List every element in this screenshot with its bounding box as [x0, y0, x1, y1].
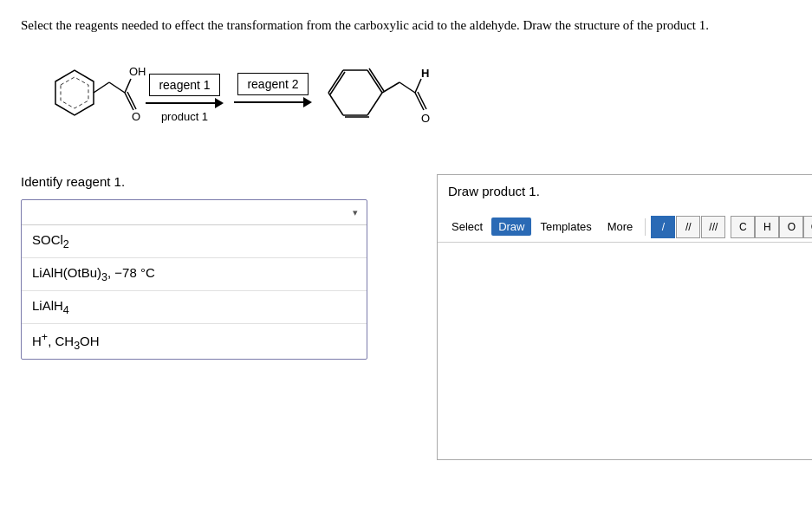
svg-line-10	[330, 72, 345, 94]
svg-line-22	[415, 79, 421, 93]
svg-line-13	[369, 68, 384, 91]
option-h-meoh[interactable]: H+, CH3OH	[22, 324, 367, 359]
atom-h-button[interactable]: H	[755, 216, 779, 238]
identify-reagent-label: Identify reagent 1.	[21, 174, 402, 189]
dropdown-options: SOCl2 LiAlH(OtBu)3, −78 °C LiAlH4 H+, CH…	[22, 224, 367, 359]
templates-tool-button[interactable]: Templates	[533, 218, 598, 236]
triple-bond-button[interactable]: ///	[701, 216, 725, 238]
svg-marker-1	[61, 77, 88, 108]
draw-tool-button[interactable]: Draw	[491, 218, 531, 236]
draw-product-label: Draw product 1.	[438, 175, 812, 202]
toolbar-separator	[645, 218, 646, 236]
svg-line-14	[367, 93, 382, 115]
chevron-down-icon: ▾	[353, 206, 358, 218]
atom-o-button[interactable]: O	[779, 216, 803, 238]
arrow-1: reagent 1 product 1	[146, 74, 224, 123]
draw-canvas[interactable]	[438, 243, 812, 459]
atom-cl-button[interactable]: Cl	[803, 216, 812, 238]
option-socl2[interactable]: SOCl2	[22, 225, 367, 258]
main-content: Identify reagent 1. ▾ SOCl2 LiAlH(OtBu)3…	[21, 174, 791, 460]
product1-label-below: product 1	[161, 110, 208, 123]
svg-line-17	[328, 93, 343, 115]
svg-text:O: O	[421, 112, 430, 125]
right-panel: Draw product 1. Select Draw Templates Mo…	[437, 174, 812, 460]
instruction-text: Select the reagents needed to effect the…	[21, 16, 783, 36]
svg-line-18	[382, 82, 400, 93]
svg-line-3	[109, 82, 125, 93]
arrow-2: reagent 2	[234, 73, 312, 125]
bond-buttons: / // ///	[651, 216, 725, 238]
svg-text:OH: OH	[129, 65, 146, 78]
more-tool-button[interactable]: More	[601, 218, 640, 236]
molecule-1: OH O	[29, 51, 142, 146]
option-lialh4[interactable]: LiAlH4	[22, 291, 367, 324]
double-bond-button[interactable]: //	[676, 216, 700, 238]
svg-text:O: O	[132, 110, 140, 123]
svg-line-9	[328, 70, 343, 93]
atom-buttons: C H O Cl	[731, 216, 812, 238]
svg-line-6	[125, 79, 131, 93]
svg-line-2	[94, 82, 109, 93]
svg-text:H: H	[421, 67, 429, 80]
select-tool-button[interactable]: Select	[445, 218, 490, 236]
svg-line-12	[367, 70, 382, 93]
svg-line-19	[400, 82, 415, 93]
reaction-diagram: OH O reagent 1 product 1 reagent 2	[29, 51, 791, 146]
reagent1-box: reagent 1	[149, 74, 219, 96]
reagent2-box: reagent 2	[237, 73, 308, 95]
option-lialh-otbu[interactable]: LiAlH(OtBu)3, −78 °C	[22, 258, 367, 291]
dropdown-header[interactable]: ▾	[22, 200, 367, 224]
draw-toolbar: Select Draw Templates More / // /// C H …	[438, 212, 812, 243]
reagent-dropdown[interactable]: ▾ SOCl2 LiAlH(OtBu)3, −78 °C LiAlH4 H+, …	[21, 199, 367, 360]
left-panel: Identify reagent 1. ▾ SOCl2 LiAlH(OtBu)3…	[21, 174, 402, 360]
atom-c-button[interactable]: C	[731, 216, 755, 238]
molecule-2: H O	[315, 51, 437, 146]
single-bond-button[interactable]: /	[651, 216, 675, 238]
